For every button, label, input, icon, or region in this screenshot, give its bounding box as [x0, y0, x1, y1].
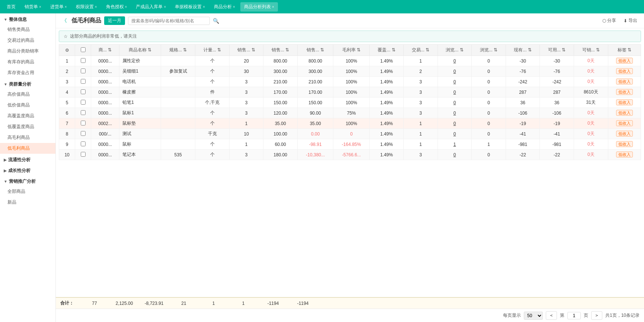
- row-browse1[interactable]: 0: [438, 98, 472, 108]
- nav-close-template[interactable]: ×: [203, 5, 205, 9]
- row-coverage: 1.49%: [369, 108, 404, 118]
- row-check-1[interactable]: [81, 68, 86, 73]
- nav-template[interactable]: 单据模板设置 ×: [171, 2, 209, 12]
- nav-permission[interactable]: 权限设置 ×: [72, 2, 101, 12]
- row-checkbox[interactable]: [75, 77, 91, 87]
- row-browse1[interactable]: 0: [438, 77, 472, 87]
- th-current[interactable]: 现有... ⇅: [506, 45, 540, 56]
- row-checkbox[interactable]: [75, 118, 91, 129]
- th-sellable[interactable]: 可销... ⇅: [574, 45, 608, 56]
- share-button[interactable]: ⬡ 分享: [600, 16, 618, 25]
- period-button[interactable]: 近一月: [104, 16, 125, 25]
- th-sales2[interactable]: 销售... ⇅: [263, 45, 298, 56]
- row-checkbox[interactable]: [75, 56, 91, 66]
- nav-close-role[interactable]: ×: [125, 5, 127, 9]
- th-settings[interactable]: ⚙: [59, 45, 75, 56]
- row-check-3[interactable]: [81, 89, 86, 94]
- sidebar-group-title-growth[interactable]: ▶ 成长性分析: [0, 165, 55, 175]
- row-browse1[interactable]: 0: [438, 56, 472, 66]
- th-trade[interactable]: 交易... ⇅: [404, 45, 438, 56]
- row-browse1[interactable]: 1: [438, 139, 472, 150]
- th-browse2[interactable]: 浏览... ⇅: [472, 45, 506, 56]
- nav-home[interactable]: 首页: [3, 2, 19, 12]
- sidebar-group-title-cluster[interactable]: ▼ 类群量分析: [0, 78, 55, 89]
- row-checkbox[interactable]: [75, 139, 91, 150]
- th-code[interactable]: 商... ⇅: [91, 45, 119, 56]
- row-browse1[interactable]: 0: [438, 118, 472, 129]
- sidebar-item-in-stock[interactable]: 有库存的商品: [0, 57, 55, 67]
- nav-close-purchase[interactable]: ×: [65, 5, 67, 9]
- th-coverage[interactable]: 覆盖... ⇅: [369, 45, 404, 56]
- sidebar-item-low-value[interactable]: 低价值商品: [0, 100, 55, 111]
- row-available: -106: [540, 108, 574, 118]
- nav-close-list[interactable]: ×: [272, 5, 274, 9]
- th-sales3[interactable]: 销售... ⇅: [297, 45, 333, 56]
- th-browse1[interactable]: 浏览... ⇅: [438, 45, 472, 56]
- select-all-checkbox[interactable]: [81, 47, 86, 52]
- row-check-7[interactable]: [81, 131, 86, 136]
- row-checkbox[interactable]: [75, 87, 91, 98]
- next-page-button[interactable]: ＞: [591, 311, 602, 320]
- th-unit[interactable]: 计量... ⇅: [195, 45, 230, 56]
- nav-product-storage[interactable]: 产成品入库单 ×: [132, 2, 170, 12]
- row-browse1[interactable]: 0: [438, 87, 472, 98]
- sidebar-group-title-circulation[interactable]: ▶ 流通性分析: [0, 154, 55, 165]
- nav-purchase-order[interactable]: 进货单 ×: [47, 2, 71, 12]
- th-name[interactable]: 商品名称 ⇅: [119, 45, 161, 56]
- sidebar-item-inventory-capital[interactable]: 库存资金占用: [0, 67, 55, 78]
- row-checkbox[interactable]: [75, 150, 91, 160]
- row-check-0[interactable]: [81, 58, 86, 63]
- nav-analysis-list[interactable]: 商品分析列表 ×: [240, 2, 278, 12]
- sidebar-item-high-value[interactable]: 高价值商品: [0, 89, 55, 100]
- sidebar-item-high-margin[interactable]: 高毛利商品: [0, 132, 55, 143]
- nav-close-permission[interactable]: ×: [95, 5, 97, 9]
- sidebar-item-traded-products[interactable]: 交易过的商品: [0, 35, 55, 46]
- per-page-select[interactable]: 50 100 200: [524, 312, 543, 320]
- row-checkbox[interactable]: [75, 66, 91, 77]
- row-browse1[interactable]: 0: [438, 150, 472, 160]
- th-sales1[interactable]: 销售... ⇅: [229, 45, 263, 56]
- sidebar-group-title-marketing[interactable]: ▼ 营销推广分析: [0, 175, 55, 186]
- row-no: 3: [59, 77, 75, 87]
- row-unit: 件: [195, 87, 230, 98]
- row-check-6[interactable]: [81, 121, 86, 125]
- page-number-input[interactable]: [567, 312, 581, 319]
- sidebar-item-category-rate[interactable]: 商品分类助销率: [0, 46, 55, 57]
- sidebar-collapse-button[interactable]: 《: [60, 17, 68, 25]
- row-browse1[interactable]: 0: [438, 129, 472, 139]
- row-checkbox[interactable]: [75, 98, 91, 108]
- nav-close-product[interactable]: ×: [164, 5, 166, 9]
- row-check-4[interactable]: [81, 100, 86, 105]
- sidebar-item-high-coverage[interactable]: 高覆盖度商品: [0, 111, 55, 121]
- row-browse1[interactable]: 0: [438, 66, 472, 77]
- sidebar-group-title-overall[interactable]: ▼ 整体信息: [0, 13, 55, 24]
- row-checkbox[interactable]: [75, 108, 91, 118]
- row-check-9[interactable]: [81, 152, 86, 157]
- export-button[interactable]: ⬇ 导出: [621, 16, 640, 25]
- prev-page-button[interactable]: ＜: [546, 311, 557, 320]
- th-spec[interactable]: 规格... ⇅: [161, 45, 195, 56]
- row-check-5[interactable]: [81, 110, 86, 115]
- search-input[interactable]: [128, 17, 210, 25]
- search-button[interactable]: 🔍: [213, 18, 219, 24]
- th-margin[interactable]: 毛利率 ⇅: [333, 45, 369, 56]
- row-checkbox[interactable]: [75, 129, 91, 139]
- nav-sales-order[interactable]: 销货单 ×: [21, 2, 45, 12]
- nav-close-analysis[interactable]: ×: [233, 5, 235, 9]
- sidebar-item-sales-products[interactable]: 销售类商品: [0, 24, 55, 35]
- th-checkbox[interactable]: [75, 45, 91, 56]
- row-browse2: 0: [472, 87, 506, 98]
- nav-role-auth[interactable]: 角色授权 ×: [102, 2, 131, 12]
- sidebar-item-low-coverage[interactable]: 低覆盖度商品: [0, 121, 55, 132]
- row-check-8[interactable]: [81, 141, 86, 146]
- row-browse1[interactable]: 0: [438, 108, 472, 118]
- sidebar-item-all-products[interactable]: 全部商品: [0, 186, 55, 197]
- sidebar-item-new-products[interactable]: 新品: [0, 197, 55, 208]
- sidebar-item-low-margin[interactable]: 低毛利商品: [0, 143, 55, 154]
- th-tag[interactable]: 标签 ⇅: [608, 45, 641, 56]
- nav-close-sales[interactable]: ×: [39, 5, 41, 9]
- row-check-2[interactable]: [81, 79, 86, 84]
- row-name: 测试: [119, 129, 161, 139]
- th-available[interactable]: 可用... ⇅: [540, 45, 574, 56]
- nav-product-analysis[interactable]: 商品分析 ×: [210, 2, 239, 12]
